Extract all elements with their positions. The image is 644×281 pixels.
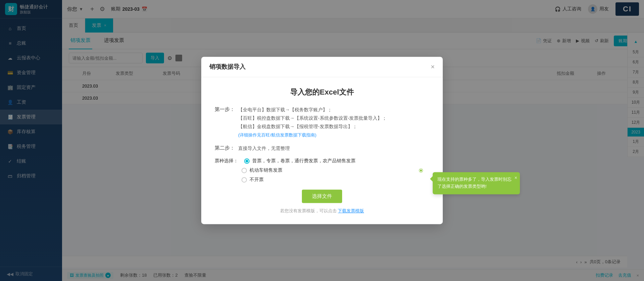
step2-label: 第二步： — [215, 144, 238, 153]
guide-link[interactable]: (详细操作见百旺/航信发票数据下载指南) — [238, 132, 316, 137]
import-modal: 销项数据导入 × 导入您的Excel文件 第一步： 【全电平台】数据下载→【税务… — [201, 57, 443, 224]
step1-content: 【全电平台】数据下载→【税务数字账户】； 【百旺】税控盘数据下载→【系统设置-系… — [238, 106, 429, 139]
radio-motor[interactable] — [241, 168, 247, 173]
tooltip-bubble: × 现在支持的票种多了，导入发票时别忘了选择正确的发票类型哟! — [433, 172, 520, 194]
radio-noticket-label: 不开票 — [250, 177, 264, 183]
ticket-label: 票种选择： — [215, 158, 241, 164]
modal-body: 导入您的Excel文件 第一步： 【全电平台】数据下载→【税务数字账户】； 【百… — [201, 77, 443, 224]
ticket-row-motor: 机动车销售发票 × 现在支持的票种多了，导入发票时别忘了选择正确的发票类型哟! — [241, 168, 429, 174]
select-file-button[interactable]: 选择文件 — [302, 190, 342, 203]
tooltip-dot — [419, 169, 423, 172]
ticket-row-noticket: 不开票 — [241, 177, 429, 183]
ticket-select: 票种选择： 普票，专票，卷票，通行费发票，农产品销售发票 机动车销售发票 × 现… — [215, 158, 429, 183]
modal-close-button[interactable]: × — [431, 63, 435, 70]
radio-common[interactable] — [244, 159, 250, 164]
modal-main-title: 导入您的Excel文件 — [215, 87, 429, 97]
step1-row: 第一步： 【全电平台】数据下载→【税务数字账户】； 【百旺】税控盘数据下载→【系… — [215, 106, 429, 139]
radio-motor-label: 机动车销售发票 — [250, 168, 282, 174]
step2-content: 直接导入文件，无需整理 — [238, 144, 429, 153]
tooltip-close-btn[interactable]: × — [515, 174, 517, 182]
step2-row: 第二步： 直接导入文件，无需整理 — [215, 144, 429, 153]
radio-common-label: 普票，专票，卷票，通行费发票，农产品销售发票 — [252, 158, 356, 164]
step1-label: 第一步： — [215, 106, 238, 139]
download-template-link[interactable]: 下载发票模版 — [338, 209, 364, 214]
modal-header: 销项数据导入 × — [201, 57, 443, 77]
modal-title: 销项数据导入 — [209, 63, 246, 71]
ticket-row-common: 票种选择： 普票，专票，卷票，通行费发票，农产品销售发票 — [215, 158, 429, 164]
radio-noticket[interactable] — [241, 177, 247, 183]
download-hint: 若您没有发票模版，可以点击 下载发票模版 — [215, 208, 429, 214]
